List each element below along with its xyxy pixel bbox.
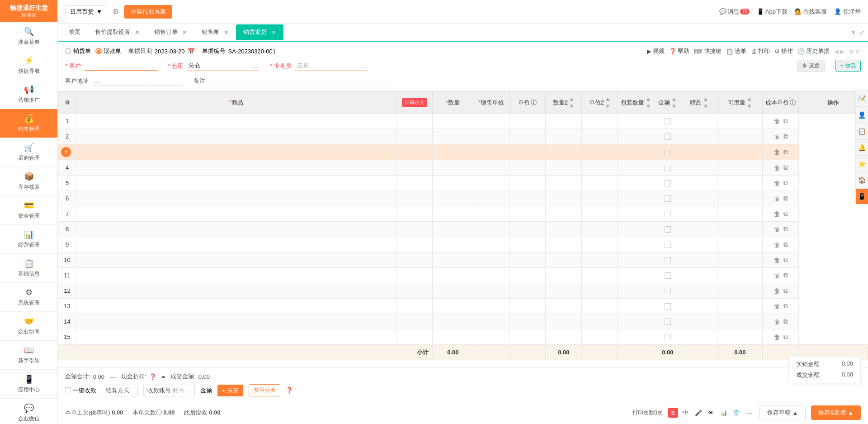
copy-icon-9[interactable]: ⧉ xyxy=(783,241,788,248)
qty2-cell-12[interactable] xyxy=(509,283,546,299)
tab-sales[interactable]: 销售单 ✕ xyxy=(194,24,236,40)
price-cell-3[interactable] xyxy=(473,144,509,160)
price-cell-9[interactable] xyxy=(473,237,509,252)
delete-icon-14[interactable]: 🗑 xyxy=(774,318,780,325)
sidebar-item-7[interactable]: 📊经营管理 xyxy=(0,225,57,254)
salesperson-input[interactable]: 选择... ... xyxy=(295,61,368,71)
unit-cell-9[interactable] xyxy=(433,237,473,252)
topbar-settings-icon[interactable]: ⚙ xyxy=(113,7,119,16)
pack-cell-15[interactable] xyxy=(582,329,618,345)
unit2-cell-2[interactable] xyxy=(546,129,582,144)
avail-cell-7[interactable] xyxy=(681,206,717,222)
right-icon-1[interactable]: 📝 xyxy=(855,91,868,107)
sidebar-item-1[interactable]: ⚡快捷导航 xyxy=(0,51,57,80)
unit-cell-14[interactable] xyxy=(433,314,473,329)
price-cell-13[interactable] xyxy=(473,299,509,314)
delete-icon-6[interactable]: 🗑 xyxy=(774,195,780,202)
avail-cell-13[interactable] xyxy=(681,299,717,314)
gift-cell-14[interactable] xyxy=(654,314,681,329)
th-barcode[interactable]: 扫码录入 xyxy=(396,92,433,114)
qty-cell-4[interactable] xyxy=(396,160,433,176)
copy-icon-3[interactable]: ⧉ xyxy=(783,148,788,156)
cost-cell-2[interactable] xyxy=(717,129,763,144)
cost-cell-7[interactable] xyxy=(717,206,763,222)
avail-cell-12[interactable] xyxy=(681,283,717,299)
pack-cell-4[interactable] xyxy=(582,160,618,176)
bottom-icon-more[interactable]: ⋯ xyxy=(744,408,754,418)
copy-icon-1[interactable]: ⧉ xyxy=(783,117,788,125)
amount-cell-9[interactable] xyxy=(618,237,654,252)
qty2-cell-14[interactable] xyxy=(509,314,546,329)
topbar-industry-select[interactable]: 日用百货 ▼ xyxy=(65,5,107,18)
sidebar-item-11[interactable]: 📖新手引导 xyxy=(0,341,57,370)
cost-cell-15[interactable] xyxy=(717,329,763,345)
cost-cell-8[interactable] xyxy=(717,222,763,237)
amount-cell-6[interactable] xyxy=(618,191,654,206)
qty2-cell-8[interactable] xyxy=(509,222,546,237)
amount-cell-7[interactable] xyxy=(618,206,654,222)
unit2-cell-4[interactable] xyxy=(546,160,582,176)
unit-cell-12[interactable] xyxy=(433,283,473,299)
qty2-cell-3[interactable] xyxy=(509,144,546,160)
price-cell-12[interactable] xyxy=(473,283,509,299)
delete-icon-13[interactable]: 🗑 xyxy=(774,303,780,310)
unit-cell-1[interactable] xyxy=(433,114,473,129)
avail-cell-11[interactable] xyxy=(681,268,717,283)
copy-icon-12[interactable]: ⧉ xyxy=(783,287,788,295)
delete-icon-8[interactable]: 🗑 xyxy=(774,226,780,233)
copy-icon-4[interactable]: ⧉ xyxy=(783,164,788,172)
customer-address-input[interactable]: ... xyxy=(92,76,183,86)
amount-cell-2[interactable] xyxy=(618,129,654,144)
delete-icon-15[interactable]: 🗑 xyxy=(774,333,780,341)
avail-cell-2[interactable] xyxy=(681,129,717,144)
amount-cell-8[interactable] xyxy=(618,222,654,237)
copy-icon-11[interactable]: ⧉ xyxy=(783,272,788,279)
copy-icon-5[interactable]: ⧉ xyxy=(783,179,788,187)
sidebar-item-4[interactable]: 🛒采购管理 xyxy=(0,138,57,167)
qty2-cell-13[interactable] xyxy=(509,299,546,314)
unit2-cell-15[interactable] xyxy=(546,329,582,345)
qty-cell-1[interactable] xyxy=(396,114,433,129)
qty2-cell-2[interactable] xyxy=(509,129,546,144)
price-cell-2[interactable] xyxy=(473,129,509,144)
right-icon-7[interactable]: 📱 xyxy=(855,188,868,205)
delete-icon-7[interactable]: 🗑 xyxy=(774,210,780,218)
price-cell-8[interactable] xyxy=(473,222,509,237)
sidebar-item-8[interactable]: 📋基础信息 xyxy=(0,254,57,283)
copy-icon-14[interactable]: ⧉ xyxy=(783,318,788,325)
pack-cell-14[interactable] xyxy=(582,314,618,329)
unit-cell-3[interactable] xyxy=(433,144,473,160)
amount-cell-11[interactable] xyxy=(618,268,654,283)
gift-checkbox-11[interactable] xyxy=(665,272,671,279)
sidebar-item-5[interactable]: 📦库存核算 xyxy=(0,167,57,196)
tab-sales-close[interactable]: ✕ xyxy=(224,29,229,36)
product-cell[interactable] xyxy=(76,268,396,283)
unit2-cell-9[interactable] xyxy=(546,237,582,252)
toolbar-select-btn[interactable]: 📋 选单 xyxy=(726,47,746,55)
unit-cell-15[interactable] xyxy=(433,329,473,345)
gift-cell-4[interactable] xyxy=(654,160,681,176)
qty2-cell-9[interactable] xyxy=(509,237,546,252)
cost-cell-11[interactable] xyxy=(717,268,763,283)
sidebar-item-10[interactable]: 🤝企业协同 xyxy=(0,312,57,341)
gift-cell-9[interactable] xyxy=(654,237,681,252)
sidebar-item-9[interactable]: ⚙系统管理 xyxy=(0,283,57,312)
gift-checkbox-2[interactable] xyxy=(665,133,671,140)
customer-input[interactable]: ... xyxy=(85,62,157,71)
product-cell[interactable] xyxy=(76,314,396,329)
sidebar-item-12[interactable]: 📱应用中心 xyxy=(0,370,57,399)
tab-sales-order[interactable]: 销售订单 ✕ xyxy=(147,24,194,40)
bottom-icon-s[interactable]: S xyxy=(668,408,678,418)
account-field[interactable]: 收款账号 账号 ... xyxy=(143,385,195,396)
avail-cell-14[interactable] xyxy=(681,314,717,329)
qty-cell-12[interactable] xyxy=(396,283,433,299)
tab-sales-return-close[interactable]: ✕ xyxy=(271,29,276,36)
topbar-online-service[interactable]: 💁 在线客服 xyxy=(795,8,827,16)
qty-cell-2[interactable] xyxy=(396,129,433,144)
avail-cell-4[interactable] xyxy=(681,160,717,176)
qty-cell-5[interactable] xyxy=(396,176,433,191)
product-cell[interactable] xyxy=(76,114,396,129)
gift-checkbox-6[interactable] xyxy=(665,195,671,202)
cost-cell-3[interactable] xyxy=(717,144,763,160)
gift-checkbox-5[interactable] xyxy=(665,180,671,186)
